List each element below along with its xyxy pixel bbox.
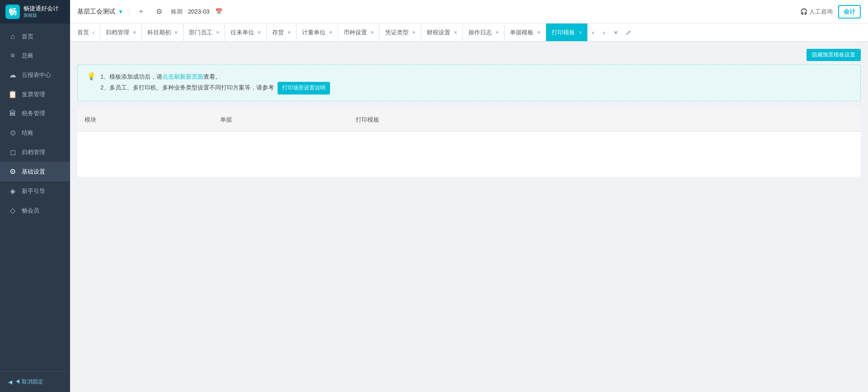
sidebar-item-home[interactable]: ⌂ 首页 [0,27,70,46]
top-bar: 基层工会测试 ▼ ＋ ⚙ 账期 2023-03 📅 🎧 人工咨询 会计 [70,0,868,24]
table-body [77,132,861,177]
tab-label: 单据模板 [510,28,533,37]
tab-label: 首页 [77,28,89,37]
tab-close-icon[interactable]: × [579,29,582,36]
sidebar: 畅 畅捷通好会计 旗舰版 ⌂ 首页 ≡ 总账 ☁ 云报表中心 📋 发票管理 🏛 … [0,0,70,392]
tab-close-icon[interactable]: × [258,29,261,36]
tab-currency[interactable]: 币种设置 × [338,24,380,41]
tab-home[interactable]: 首页 ‹ [72,24,100,41]
logo-icon: 畅 [5,5,20,19]
tab-partner[interactable]: 往来单位 × [225,24,267,41]
refresh-link[interactable]: 点击刷新新页面 [162,73,203,80]
period-label: 账期 [171,8,183,16]
tab-next-button[interactable]: › [599,24,609,41]
sidebar-item-archive[interactable]: ◻ 归档管理 [0,142,70,162]
sidebar-item-label: 总账 [22,52,33,60]
sidebar-item-label: 发票管理 [22,90,45,99]
invoice-icon: 📋 [8,90,17,99]
tab-tax-settings[interactable]: 财税设置 × [421,24,463,41]
support-label: 人工咨询 [809,8,833,16]
tab-unit[interactable]: 计量单位 × [297,24,338,41]
sidebar-item-label: 云报表中心 [22,71,51,79]
tab-nav-arrow[interactable]: ‹ [93,29,94,36]
tab-subject[interactable]: 科目期初 × [142,24,184,41]
tab-inventory[interactable]: 存货 × [267,24,297,41]
tab-label: 币种设置 [344,28,367,37]
tab-close-icon[interactable]: × [454,29,457,36]
main-area: 基层工会测试 ▼ ＋ ⚙ 账期 2023-03 📅 🎧 人工咨询 会计 首页 ‹… [70,0,868,392]
tab-close-icon[interactable]: × [495,29,499,36]
print-scene-btn[interactable]: 打印场景设置说明 [278,82,330,94]
notice-icon: 💡 [87,72,96,80]
divider [129,7,129,16]
tab-label: 财税设置 [427,28,450,37]
sidebar-item-tax[interactable]: 🏛 税务管理 [0,104,70,123]
col-module: 模块 [77,113,213,127]
tab-label: 存货 [272,28,284,37]
tab-close-icon[interactable]: × [412,29,415,36]
tax-icon: 🏛 [8,109,17,118]
sidebar-item-label: 税务管理 [22,109,45,118]
guide-icon: ◈ [8,187,17,195]
sidebar-item-label: 畅会员 [22,207,39,215]
sidebar-item-label: 结账 [22,129,33,137]
sidebar-item-label: 首页 [22,33,33,41]
tab-label: 凭证类型 [385,28,409,37]
print-template-table: 模块 单据 打印模板 [77,109,861,177]
settings-cog-button[interactable]: ⚙ [153,5,165,18]
notice-line2-prefix: 2、多员工、多打印机、多种业务类型设置不同打印方案等，请参考 [100,84,274,91]
tab-archive[interactable]: 归档管理 × [100,24,142,41]
sidebar-item-ledger[interactable]: ≡ 总账 [0,46,70,65]
sidebar-item-invoice[interactable]: 📋 发票管理 [0,85,70,104]
tab-close-icon[interactable]: × [371,29,374,36]
notice-line1-suffix: 查看。 [203,73,221,80]
tab-expand-button[interactable]: ⤢ [622,24,635,41]
top-bar-right: 🎧 人工咨询 会计 [800,5,861,19]
sidebar-item-settings[interactable]: ⚙ 基础设置 [0,162,70,181]
unpin-label: ◀ 取消固定 [15,378,43,386]
tab-single-doc[interactable]: 单据模板 × [505,24,546,41]
col-single-doc: 单据 [213,113,349,127]
account-button[interactable]: 会计 [838,5,861,19]
tab-print-template[interactable]: 打印模板 × [546,24,588,41]
tab-close-icon[interactable]: × [537,29,540,36]
add-tab-button[interactable]: ＋ [135,5,147,18]
hide-template-container: 隐藏预置模板设置 [77,49,861,61]
table-header: 模块 单据 打印模板 [77,109,861,132]
tab-label: 科目期初 [147,28,171,37]
tab-label: 往来单位 [231,28,254,37]
sidebar-item-label: 基础设置 [22,168,45,176]
tab-label: 计量单位 [302,28,326,37]
tab-department[interactable]: 部门员工 × [184,24,225,41]
sidebar-item-member[interactable]: ◇ 畅会员 [0,201,70,220]
hide-template-button[interactable]: 隐藏预置模板设置 [807,49,861,61]
settings-icon: ⚙ [8,167,17,176]
sidebar-item-label: 归档管理 [22,148,45,156]
tab-close-icon[interactable]: × [216,29,219,36]
notice-text: 1、模板添加成功后，请点击刷新新页面查看。 2、多员工、多打印机、多种业务类型设… [100,71,330,94]
support-button[interactable]: 🎧 人工咨询 [800,8,833,16]
tab-close-icon[interactable]: × [288,29,291,36]
notice-box: 💡 1、模板添加成功后，请点击刷新新页面查看。 2、多员工、多打印机、多种业务类… [77,65,861,101]
tab-close-icon[interactable]: × [329,29,332,36]
tab-label: 归档管理 [106,28,129,37]
tab-label: 操作日志 [468,28,492,37]
tab-close-icon[interactable]: × [175,29,178,36]
tab-close-all-button[interactable]: × [609,24,622,41]
notice-line1: 1、模板添加成功后，请点击刷新新页面查看。 [100,71,330,82]
cloud-icon: ☁ [8,71,17,79]
tab-voucher[interactable]: 凭证类型 × [380,24,421,41]
calendar-icon[interactable]: 📅 [215,8,222,15]
sidebar-item-settle[interactable]: ⊙ 结账 [0,123,70,142]
notice-row: 💡 1、模板添加成功后，请点击刷新新页面查看。 2、多员工、多打印机、多种业务类… [87,71,851,94]
project-selector[interactable]: 基层工会测试 ▼ [77,8,123,16]
tab-operation-log[interactable]: 操作日志 × [463,24,505,41]
ledger-icon: ≡ [8,52,17,60]
period-value: 2023-03 [188,8,210,15]
app-logo: 畅 畅捷通好会计 旗舰版 [0,0,70,24]
tab-close-icon[interactable]: × [133,29,136,36]
tab-prev-button[interactable]: ‹ [588,24,599,41]
unpin-button[interactable]: ◀ ◀ 取消固定 [0,371,70,392]
sidebar-item-guide[interactable]: ◈ 新手引导 [0,181,70,201]
sidebar-item-reports[interactable]: ☁ 云报表中心 [0,65,70,85]
